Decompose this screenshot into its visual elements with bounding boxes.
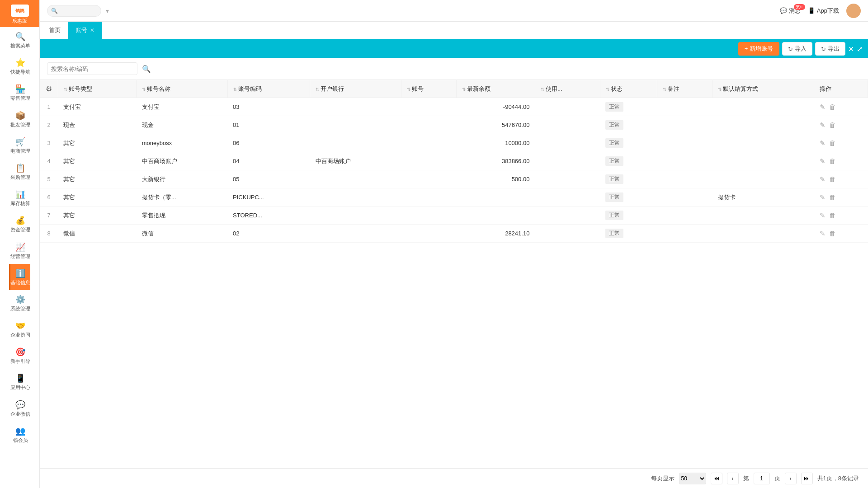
sidebar-item-11[interactable]: 🤝 企业协同 — [9, 316, 30, 343]
edit-button[interactable]: ✎ — [820, 121, 826, 129]
row-settlement — [712, 170, 814, 188]
sidebar-item-2[interactable]: 🏪 零售管理 — [9, 80, 30, 106]
import-button[interactable]: ↻ 导入 — [782, 42, 812, 56]
row-balance — [457, 206, 535, 225]
delete-button[interactable]: 🗑 — [829, 230, 836, 237]
sidebar-item-10[interactable]: ⚙️ 系统管理 — [9, 290, 30, 316]
row-balance: 28241.10 — [457, 225, 535, 243]
edit-button[interactable]: ✎ — [820, 193, 826, 202]
export-button[interactable]: ↻ 导出 — [815, 42, 845, 56]
expand-button[interactable]: ⤢ — [857, 45, 863, 53]
search-input[interactable] — [47, 62, 137, 75]
sidebar-item-13[interactable]: 📱 应用中心 — [9, 369, 30, 395]
col-type[interactable]: 账号类型 — [58, 80, 137, 98]
row-settlement — [712, 98, 814, 116]
col-name[interactable]: 账号名称 — [137, 80, 227, 98]
page-header: + 新增账号 ↻ 导入 ↻ 导出 ✕ ⤢ — [40, 40, 868, 58]
topbar: 🔍 ▾ 💬 消息 99+ 📱 App下载 — [40, 0, 868, 22]
page-input[interactable] — [754, 473, 770, 484]
delete-button[interactable]: 🗑 — [829, 157, 836, 165]
logo-image: 鹌鹑 — [11, 5, 29, 17]
sidebar-item-3[interactable]: 📦 批发管理 — [9, 106, 30, 132]
col-bank[interactable]: 开户银行 — [310, 80, 401, 98]
user-avatar[interactable] — [846, 4, 861, 18]
status-badge: 正常 — [605, 102, 623, 112]
row-num: 3 — [40, 134, 58, 152]
row-num: 7 — [40, 206, 58, 225]
sidebar-item-12[interactable]: 🎯 新手引导 — [9, 343, 30, 369]
add-account-button[interactable]: + 新增账号 — [738, 42, 779, 56]
col-account[interactable]: 账号 — [401, 80, 456, 98]
tab-home[interactable]: 首页 — [42, 22, 68, 39]
column-settings-button[interactable]: ⚙ — [46, 84, 52, 93]
sidebar-item-14[interactable]: 💬 企业微信 — [9, 395, 30, 422]
row-balance: 500.00 — [457, 170, 535, 188]
first-page-button[interactable]: ⏮ — [711, 473, 722, 484]
search-button[interactable]: 🔍 — [142, 65, 151, 73]
col-balance[interactable]: 最新余额 — [457, 80, 535, 98]
edit-button[interactable]: ✎ — [820, 103, 826, 111]
sidebar-item-5[interactable]: 📋 采购管理 — [9, 159, 30, 185]
topbar-search[interactable]: 🔍 — [47, 5, 101, 17]
row-remark — [657, 206, 712, 225]
row-num: 2 — [40, 116, 58, 134]
delete-button[interactable]: 🗑 — [829, 175, 836, 183]
prev-page-button[interactable]: ‹ — [727, 473, 739, 484]
per-page-label: 每页显示 — [651, 474, 675, 483]
close-page-button[interactable]: ✕ — [848, 45, 854, 53]
delete-button[interactable]: 🗑 — [829, 103, 836, 111]
row-status: 正常 — [600, 188, 657, 206]
edit-button[interactable]: ✎ — [820, 230, 826, 238]
sidebar-item-9[interactable]: ℹ️ 基础信息 — [9, 264, 30, 290]
topbar-dropdown[interactable]: ▾ — [106, 7, 109, 14]
sidebar-label-12: 新手引导 — [10, 358, 30, 364]
table-header-row: ⚙ 账号类型 账号名称 账号编码 开户银行 账号 最新余额 使用... 状态 备… — [40, 80, 868, 98]
row-num: 6 — [40, 188, 58, 206]
delete-button[interactable]: 🗑 — [829, 193, 836, 201]
tab-account-close[interactable]: ✕ — [90, 27, 94, 33]
status-badge: 正常 — [605, 229, 623, 238]
row-bank — [310, 225, 401, 243]
sidebar-item-7[interactable]: 💰 资金管理 — [9, 211, 30, 237]
sidebar-item-0[interactable]: 🔍 搜索菜单 — [9, 27, 30, 53]
message-button[interactable]: 💬 消息 99+ — [780, 7, 801, 15]
col-status[interactable]: 状态 — [600, 80, 657, 98]
row-status: 正常 — [600, 134, 657, 152]
col-settlement[interactable]: 默认结算方式 — [712, 80, 814, 98]
edit-button[interactable]: ✎ — [820, 211, 826, 220]
next-page-button[interactable]: › — [785, 473, 797, 484]
sidebar-label-4: 电商管理 — [10, 148, 30, 154]
row-type: 其它 — [58, 206, 137, 225]
col-usage[interactable]: 使用... — [535, 80, 600, 98]
row-remark — [657, 116, 712, 134]
row-actions: ✎ 🗑 — [814, 98, 868, 116]
sidebar-item-15[interactable]: 👥 畅会员 — [9, 422, 30, 448]
col-remark[interactable]: 备注 — [657, 80, 712, 98]
delete-button[interactable]: 🗑 — [829, 121, 836, 129]
sidebar-icon-13: 📱 — [15, 373, 25, 383]
sidebar-item-6[interactable]: 📊 库存核算 — [9, 185, 30, 211]
delete-button[interactable]: 🗑 — [829, 211, 836, 219]
row-actions: ✎ 🗑 — [814, 116, 868, 134]
row-status: 正常 — [600, 225, 657, 243]
edit-button[interactable]: ✎ — [820, 139, 826, 147]
edit-button[interactable]: ✎ — [820, 175, 826, 183]
sidebar-icon-11: 🤝 — [15, 321, 25, 331]
sidebar-item-1[interactable]: ⭐ 快捷导航 — [9, 53, 30, 80]
row-name: 中百商场账户 — [137, 152, 227, 170]
row-type: 其它 — [58, 152, 137, 170]
row-status: 正常 — [600, 206, 657, 225]
last-page-button[interactable]: ⏭ — [801, 473, 813, 484]
tab-account[interactable]: 账号 ✕ — [68, 22, 102, 39]
per-page-select[interactable]: 50 20 100 — [679, 473, 706, 484]
row-account — [401, 206, 456, 225]
col-code[interactable]: 账号编码 — [227, 80, 310, 98]
sidebar-item-8[interactable]: 📈 经营管理 — [9, 238, 30, 264]
delete-button[interactable]: 🗑 — [829, 139, 836, 147]
tabs-bar: 首页 账号 ✕ — [40, 22, 868, 40]
app-download-button[interactable]: 📱 App下载 — [808, 7, 839, 15]
sidebar-item-4[interactable]: 🛒 电商管理 — [9, 132, 30, 159]
sidebar-label-7: 资金管理 — [10, 227, 30, 233]
row-balance — [457, 188, 535, 206]
edit-button[interactable]: ✎ — [820, 157, 826, 165]
